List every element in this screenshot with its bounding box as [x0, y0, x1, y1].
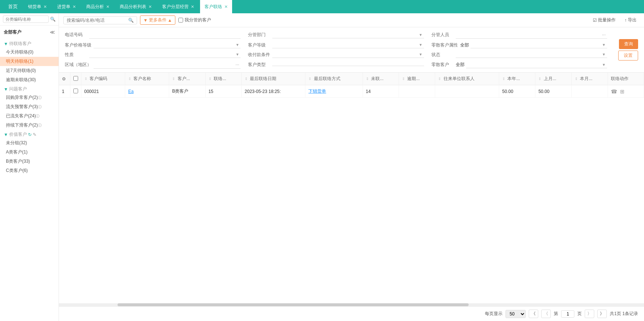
- table-row: 1 000021 Ea B类客户 15 2023-05-23 18:25: 下销…: [59, 85, 644, 98]
- sidebar-item-churn-warning[interactable]: 流失预警客户(3) ⓘ: [0, 102, 59, 111]
- row-last-method[interactable]: 下销货单: [305, 85, 363, 98]
- nav-home[interactable]: 首页: [4, 0, 22, 13]
- nav-customer-contact[interactable]: 客户联络 ✕: [200, 0, 232, 13]
- prev-page-button[interactable]: 〈: [541, 310, 551, 318]
- my-customers-checkbox[interactable]: [178, 18, 183, 23]
- more-filters-button[interactable]: ▼ 更多条件 ▲: [140, 15, 175, 25]
- toolbar-search-icon[interactable]: 🔍: [128, 18, 134, 23]
- total-records: 共1页 1条记录: [610, 311, 638, 317]
- close-customer-contact-icon[interactable]: ✕: [224, 4, 228, 9]
- current-page-input[interactable]: [561, 310, 574, 318]
- first-page-button[interactable]: 《: [529, 310, 538, 318]
- retail-attr-select[interactable]: ▼: [470, 42, 607, 48]
- region-dots-icon[interactable]: ···: [235, 62, 239, 67]
- region-select[interactable]: ···: [94, 61, 241, 69]
- toolbar-search-input[interactable]: [67, 18, 127, 23]
- sidebar-item-class-b[interactable]: B类客户(33): [0, 157, 59, 166]
- page-size-label: 每页显示: [485, 311, 503, 317]
- table-container: ⚙ ⇕ 客户编码 ⇕ 客户名称: [59, 73, 644, 303]
- close-product-analysis-icon[interactable]: ✕: [106, 4, 109, 9]
- customer-level-label: 客户等级: [248, 42, 270, 48]
- customer-level-select[interactable]: ▼: [272, 42, 424, 48]
- info-icon-abnormal: ⓘ: [38, 95, 42, 100]
- settings-button[interactable]: 设置: [618, 51, 638, 61]
- row-contact-count: 15: [205, 85, 241, 98]
- page-size-select[interactable]: 50 20 100: [505, 310, 526, 318]
- last-page-button[interactable]: 》: [597, 310, 607, 318]
- retail-attr-chevron-icon: ▼: [602, 43, 606, 47]
- action-phone-icon[interactable]: ☎: [611, 89, 617, 94]
- next-page-button[interactable]: 〉: [585, 310, 594, 318]
- row-select-checkbox[interactable]: [73, 89, 78, 93]
- top-nav: 首页 销货单 ✕ 进货单 ✕ 商品分析 ✕ 商品分析列表 ✕ 客户分层经营 ✕ …: [0, 0, 644, 13]
- col-overdue-sort-icon: ⇕: [402, 77, 405, 81]
- sidebar-item-class-a[interactable]: A类客户(1): [0, 148, 59, 157]
- nav-customer-tier[interactable]: 客户分层经营 ✕: [158, 0, 199, 13]
- filter-payment: 收付款条件 ▼: [248, 51, 424, 58]
- sidebar-item-class-c[interactable]: C类客户(6): [0, 166, 59, 175]
- close-product-analysis-list-icon[interactable]: ✕: [148, 4, 152, 9]
- action-icons: ☎ ⊞: [611, 89, 641, 94]
- content-area: 🔍 ▼ 更多条件 ▲ 我分管的客户 ☑ 批量操作 ↑ 导出: [59, 13, 644, 321]
- col-tmonth-sort-icon: ⇕: [575, 77, 578, 81]
- filter-dept: 分管部门 ▼: [248, 32, 424, 38]
- col-last-date: ⇕ 最后联络日期: [242, 73, 305, 85]
- query-button[interactable]: 查询: [619, 39, 638, 49]
- col-lmonth-sort-icon: ⇕: [538, 77, 541, 81]
- value-edit-icon[interactable]: ✎: [33, 132, 36, 137]
- filter-gender: 性质 ▼: [65, 51, 241, 58]
- horizontal-scrollbar[interactable]: [59, 303, 644, 306]
- dept-select[interactable]: ▼: [272, 32, 424, 38]
- sidebar-search-icon[interactable]: 🔍: [50, 17, 56, 22]
- page-suffix: 页: [577, 311, 582, 317]
- sidebar-item-today[interactable]: 今天待联络(0): [0, 48, 59, 57]
- price-level-select[interactable]: ▼: [94, 42, 241, 48]
- nav-sales[interactable]: 销货单 ✕: [24, 0, 51, 13]
- sidebar-item-tomorrow[interactable]: 明天待联络(1): [0, 57, 59, 66]
- row-code: 000021: [81, 85, 125, 98]
- region-label: 区域（地区）: [65, 62, 91, 68]
- sidebar-item-unclassified[interactable]: 未分组(32): [0, 138, 59, 148]
- col-checkbox: [70, 73, 81, 85]
- phone-input[interactable]: [89, 31, 241, 39]
- sidebar-item-churned[interactable]: 已流失客户(24) ⓘ: [0, 111, 59, 121]
- nav-product-analysis-list[interactable]: 商品分析列表 ✕: [115, 0, 156, 13]
- main-layout: 🔍 全部客户 ≪ ▼ 待联络客户 今天待联络(0) 明天待联络(1) 近7天待联…: [0, 13, 644, 321]
- status-select[interactable]: ▼: [456, 51, 607, 58]
- col-last-month: ⇕ 上月...: [535, 73, 571, 85]
- payment-select[interactable]: ▼: [272, 51, 424, 58]
- gender-select[interactable]: ▼: [89, 51, 241, 58]
- close-customer-tier-icon[interactable]: ✕: [191, 4, 194, 9]
- col-count-sort-icon: ⇕: [209, 77, 211, 81]
- sidebar-search-input[interactable]: [3, 15, 49, 23]
- nav-purchase[interactable]: 进货单 ✕: [53, 0, 80, 13]
- nav-product-analysis[interactable]: 商品分析 ✕: [82, 0, 114, 13]
- settings-col-icon[interactable]: ⚙: [62, 76, 66, 82]
- batch-op-button[interactable]: ☑ 批量操作: [590, 16, 619, 24]
- value-refresh-icon[interactable]: ↻: [28, 132, 32, 137]
- sidebar-item-overdue[interactable]: 逾期未联络(30): [0, 75, 59, 84]
- sidebar-all-customers[interactable]: 全部客户 ≪: [0, 27, 59, 38]
- retail-customer-select[interactable]: ▼: [466, 62, 607, 68]
- person-dots-icon[interactable]: ···: [602, 32, 606, 37]
- retail-customer-chevron-icon: ▼: [602, 63, 606, 67]
- person-label: 分管人员: [431, 32, 454, 38]
- customer-type-select[interactable]: [272, 63, 424, 66]
- action-grid-icon[interactable]: ⊞: [620, 89, 624, 94]
- sidebar-item-declining[interactable]: 持续下滑客户(2) ⓘ: [0, 121, 59, 130]
- status-chevron-icon: ▼: [602, 52, 606, 56]
- select-all-checkbox[interactable]: [73, 76, 78, 81]
- batch-op-icon: ☑: [593, 18, 597, 23]
- close-sales-icon[interactable]: ✕: [43, 4, 47, 9]
- pagination: 每页显示 50 20 100 《 〈 第 页 〉 》 共1页 1条记录: [59, 306, 644, 321]
- col-code: ⇕ 客户编码: [81, 73, 125, 85]
- export-button[interactable]: ↑ 导出: [622, 16, 640, 24]
- sidebar-item-7days[interactable]: 近7天待联络(0): [0, 66, 59, 75]
- sidebar-item-abnormal[interactable]: 回购异常客户(2) ⓘ: [0, 93, 59, 102]
- price-level-chevron-icon: ▼: [235, 43, 239, 47]
- col-no-contact: ⇕ 未联...: [363, 73, 399, 85]
- person-select[interactable]: ···: [456, 31, 607, 39]
- row-name[interactable]: Ea: [125, 85, 169, 98]
- close-purchase-icon[interactable]: ✕: [73, 4, 76, 9]
- col-person-sort-icon: ⇕: [438, 77, 441, 81]
